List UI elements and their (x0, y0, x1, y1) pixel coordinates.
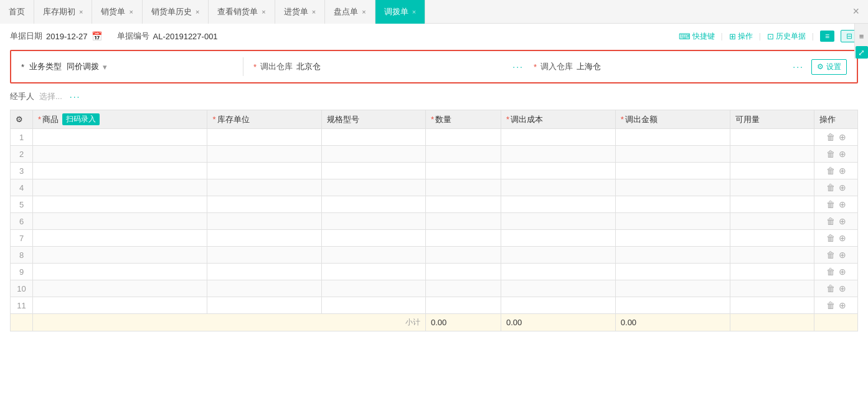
copy-icon[interactable]: ⊕ (839, 149, 846, 159)
history-icon: ⊡ (767, 32, 774, 41)
doc-date-field: 单据日期 2019-12-27 📅 (10, 31, 102, 42)
table-row: 8🗑⊕ (11, 247, 858, 264)
tab-close-transfer[interactable]: × (412, 8, 416, 16)
calendar-icon[interactable]: 📅 (92, 31, 102, 41)
table-row: 3🗑⊕ (11, 163, 858, 179)
subtotal-amount: 0.00 (615, 314, 730, 331)
tab-sales-history[interactable]: 销货单历史 × (143, 0, 209, 24)
delete-icon[interactable]: 🗑 (826, 283, 835, 293)
tab-close-sales-order[interactable]: × (129, 8, 133, 16)
tab-sales-order[interactable]: 销货单 × (92, 0, 142, 24)
delete-icon[interactable]: 🗑 (826, 199, 835, 209)
sidebar-list-icon[interactable]: ≡ (856, 30, 868, 42)
scan-button[interactable]: 扫码录入 (62, 113, 100, 125)
form-section: * 业务类型 同价调拨 ▾ * 调出仓库 北京仓 ··· * 调入仓库 上海仓 … (10, 50, 858, 83)
tab-close-inventory[interactable]: × (362, 8, 366, 16)
right-sidebar: ≡ ⤢ (854, 24, 868, 59)
tab-home[interactable]: 首页 (0, 0, 34, 24)
copy-icon[interactable]: ⊕ (839, 283, 846, 293)
tab-close-sales-history[interactable]: × (196, 8, 199, 16)
operate-action[interactable]: ⊞ 操作 (729, 31, 753, 42)
data-table: ⚙ * 商品 扫码录入 * 库存单位 规格型号 (10, 110, 858, 331)
tab-inventory-init[interactable]: 库存期初 × (34, 0, 92, 24)
subtotal-label: 小计 (33, 314, 426, 331)
copy-icon[interactable]: ⊕ (839, 233, 846, 243)
transfer-in-field: * 调入仓库 上海仓 ··· (534, 61, 804, 72)
business-type-arrow-icon[interactable]: ▾ (103, 62, 107, 72)
copy-icon[interactable]: ⊕ (839, 166, 846, 176)
settings-gear-icon[interactable]: ⚙ (16, 115, 23, 124)
copy-icon[interactable]: ⊕ (839, 300, 846, 310)
table-row: 11🗑⊕ (11, 297, 858, 314)
th-amount: * 调出金额 (615, 110, 730, 129)
tab-purchase[interactable]: 进货单 × (275, 0, 325, 24)
transfer-in-more-button[interactable]: ··· (793, 62, 804, 72)
copy-icon[interactable]: ⊕ (839, 199, 846, 209)
delete-icon[interactable]: 🗑 (826, 216, 835, 226)
delete-icon[interactable]: 🗑 (826, 132, 835, 142)
table-row: 1🗑⊕ (11, 129, 858, 146)
table-row: 6🗑⊕ (11, 213, 858, 230)
table-row: 5🗑⊕ (11, 196, 858, 213)
copy-icon[interactable]: ⊕ (839, 267, 846, 277)
table-row: 9🗑⊕ (11, 264, 858, 280)
table-row: 2🗑⊕ (11, 146, 858, 163)
delete-icon[interactable]: 🗑 (826, 300, 835, 310)
gear-icon: ⚙ (817, 62, 824, 71)
subtotal-qty: 0.00 (426, 314, 501, 331)
tab-close-view-sales[interactable]: × (262, 8, 265, 16)
copy-icon[interactable]: ⊕ (839, 183, 846, 193)
tab-view-sales[interactable]: 查看销货单 × (209, 0, 275, 24)
history-action[interactable]: ⊡ 历史单据 (767, 31, 806, 42)
doc-number-field: 单据编号 AL-20191227-001 (117, 31, 218, 42)
main-content: 单据日期 2019-12-27 📅 单据编号 AL-20191227-001 ⌨… (0, 24, 868, 338)
copy-icon[interactable]: ⊕ (839, 132, 846, 142)
th-available: 可用量 (730, 110, 814, 129)
layout-button-1[interactable]: ≡ (820, 31, 834, 42)
tab-inventory[interactable]: 盘点单 × (325, 0, 375, 24)
table-row: 4🗑⊕ (11, 179, 858, 196)
delete-icon[interactable]: 🗑 (826, 250, 835, 260)
th-unit: * 库存单位 (207, 110, 322, 129)
transfer-out-more-button[interactable]: ··· (512, 62, 524, 72)
delete-icon[interactable]: 🗑 (826, 233, 835, 243)
shortcut-action[interactable]: ⌨ 快捷键 (679, 31, 715, 42)
th-cost: * 调出成本 (501, 110, 615, 129)
table-row: 7🗑⊕ (11, 230, 858, 247)
handler-more-button[interactable]: ··· (70, 92, 81, 102)
handler-row: 经手人 选择... ··· (10, 91, 858, 102)
copy-icon[interactable]: ⊕ (839, 216, 846, 226)
business-type-group: * 业务类型 同价调拨 ▾ (21, 61, 233, 72)
copy-icon[interactable]: ⊕ (839, 250, 846, 260)
subtotal-cost: 0.00 (501, 314, 615, 331)
tab-bar-close-button[interactable]: × (844, 5, 868, 18)
delete-icon[interactable]: 🗑 (826, 267, 835, 277)
sidebar-expand-icon[interactable]: ⤢ (856, 46, 868, 59)
table-row: 10🗑⊕ (11, 280, 858, 297)
delete-icon[interactable]: 🗑 (826, 149, 835, 159)
tab-bar: 首页 库存期初 × 销货单 × 销货单历史 × 查看销货单 × 进货单 × 盘点… (0, 0, 868, 24)
delete-icon[interactable]: 🗑 (826, 183, 835, 193)
th-product: * 商品 扫码录入 (33, 110, 207, 129)
business-type-select[interactable]: 同价调拨 ▾ (67, 61, 191, 72)
th-qty: * 数量 (426, 110, 501, 129)
tab-transfer[interactable]: 调拨单 × (375, 0, 425, 24)
doc-header-actions: ⌨ 快捷键 | ⊞ 操作 | ⊡ 历史单据 | ≡ ⊟ (679, 30, 858, 42)
subtotal-row: 小计 0.00 0.00 0.00 (11, 314, 858, 331)
transfer-out-field: * 调出仓库 北京仓 ··· (253, 61, 524, 72)
table-header-row: ⚙ * 商品 扫码录入 * 库存单位 规格型号 (11, 110, 858, 129)
tab-close-purchase[interactable]: × (312, 8, 316, 16)
doc-header: 单据日期 2019-12-27 📅 单据编号 AL-20191227-001 ⌨… (10, 30, 858, 42)
tab-close-inventory-init[interactable]: × (79, 8, 83, 16)
th-spec: 规格型号 (322, 110, 426, 129)
settings-button[interactable]: ⚙ 设置 (811, 59, 847, 75)
handler-select[interactable]: 选择... (39, 91, 62, 102)
th-action: 操作 (814, 110, 858, 129)
operate-icon: ⊞ (729, 32, 736, 41)
shortcut-icon: ⌨ (679, 32, 691, 41)
delete-icon[interactable]: 🗑 (826, 166, 835, 176)
th-settings[interactable]: ⚙ (11, 110, 33, 129)
